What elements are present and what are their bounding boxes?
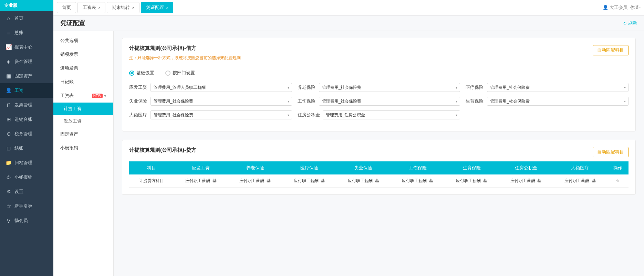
col-subject: 科目 bbox=[129, 161, 174, 174]
cell-pension: 应付职工薪酬_基 bbox=[228, 174, 282, 188]
sidebar-item-member[interactable]: V 畅会员 bbox=[0, 213, 53, 228]
sidebar-item-label: 首页 bbox=[14, 15, 23, 21]
settings-icon: ⚙ bbox=[6, 189, 12, 195]
left-nav-public-options[interactable]: 公共选项 bbox=[53, 34, 113, 47]
debit-label-pension: 养老保险 bbox=[298, 84, 316, 91]
debit-field-pension: 养老保险 管理费用_社会保险费 ▾ bbox=[298, 83, 460, 92]
newbie-icon: ☆ bbox=[6, 203, 12, 209]
credit-auto-match-button[interactable]: 自动匹配科目 bbox=[593, 147, 629, 157]
tab-period-close-label: 期末结转 bbox=[112, 4, 130, 11]
main-content: 计提核算规则(公司承担)-借方 注：只能选择一种方式，系统将按照您当前的选择来配… bbox=[114, 31, 644, 276]
sidebar-item-home[interactable]: ⌂ 首页 bbox=[0, 11, 53, 25]
radio-basic[interactable]: 基础设置 bbox=[129, 70, 154, 76]
sidebar-item-label: 小畅报销 bbox=[14, 174, 32, 180]
left-nav: 公共选项 销项发票 进项发票 日记账 工资表 NEW ▾ 计提工资 bbox=[53, 31, 114, 276]
radio-by-dept[interactable]: 按部门设置 bbox=[165, 70, 195, 76]
debit-section-header: 计提核算规则(公司承担)-借方 注：只能选择一种方式，系统将按照您当前的选择来配… bbox=[129, 45, 629, 66]
debit-select-unemployment[interactable]: 管理费用_社会保险费 bbox=[150, 97, 292, 106]
sidebar-item-archive[interactable]: 📁 归档管理 bbox=[0, 156, 53, 170]
debit-label-injury: 工伤保险 bbox=[298, 98, 316, 104]
ledger-icon: ≡ bbox=[6, 30, 12, 36]
cell-subject: 计提贷方科目 bbox=[129, 174, 174, 188]
debit-select-major-medical[interactable]: 管理费用_社会保险费 bbox=[150, 110, 292, 119]
cell-action[interactable]: ✎ bbox=[607, 174, 629, 188]
sidebar-item-xiaochang[interactable]: © 小畅报销 bbox=[0, 170, 53, 184]
debit-select-medical[interactable]: 管理费用_社会保险费 bbox=[487, 83, 629, 92]
left-nav-cancel-invoice[interactable]: 销项发票 bbox=[53, 47, 113, 61]
sidebar-item-label: 总账 bbox=[14, 30, 23, 36]
top-nav-right: 👤 大工会员 你某- bbox=[603, 4, 641, 11]
tab-voucher-config-close[interactable]: × bbox=[166, 6, 168, 10]
debit-select-housing[interactable]: 管理费用_住房公积金 bbox=[323, 110, 460, 119]
archive-icon: 📁 bbox=[6, 160, 12, 166]
debit-auto-match-button[interactable]: 自动匹配科目 bbox=[593, 45, 629, 55]
sidebar: 专业版 ⌂ 首页 ≡ 总账 📈 报表中心 ◈ 资金管理 ▣ 固定资产 👤 工资 … bbox=[0, 0, 53, 276]
debit-field-unemployment: 失业保险 管理费用_社会保险费 ▾ bbox=[129, 97, 292, 106]
refresh-button[interactable]: ↻ 刷新 bbox=[623, 20, 637, 26]
sidebar-item-newbie[interactable]: ☆ 新手引导 bbox=[0, 199, 53, 213]
debit-field-injury: 工伤保险 管理费用_社会保险费 ▾ bbox=[298, 97, 460, 106]
left-nav-journal[interactable]: 日记账 bbox=[53, 75, 113, 89]
radio-by-dept-label: 按部门设置 bbox=[173, 70, 195, 76]
credit-table: 科目 应发工资 养老保险 医疗保险 失业保险 工伤保险 生育保险 住房公积金 大… bbox=[129, 161, 629, 188]
left-nav-fixed-asset[interactable]: 固定资产 bbox=[53, 127, 113, 141]
left-nav-xiaochang-report[interactable]: 小畅报销 bbox=[53, 141, 113, 155]
col-injury: 工伤保险 bbox=[391, 161, 445, 174]
left-nav-input-invoice[interactable]: 进项发票 bbox=[53, 61, 113, 75]
radio-basic-dot[interactable] bbox=[129, 71, 134, 76]
sidebar-item-asset[interactable]: ▣ 固定资产 bbox=[0, 69, 53, 83]
debit-select-unemployment-wrapper: 管理费用_社会保险费 ▾ bbox=[150, 97, 292, 106]
left-nav-pay-salary[interactable]: 发放工资 bbox=[53, 115, 113, 127]
debit-section-title-block: 计提核算规则(公司承担)-借方 注：只能选择一种方式，系统将按照您当前的选择来配… bbox=[129, 45, 241, 66]
close-account-icon: ◻ bbox=[6, 145, 12, 151]
debit-field-maternity: 生育保险 管理费用_社会保险费 ▾ bbox=[466, 97, 629, 106]
user-avatar: 你某- bbox=[630, 4, 641, 11]
debit-label-major-medical: 大额医疗 bbox=[129, 112, 148, 118]
cell-maternity: 应付职工薪酬_基 bbox=[445, 174, 499, 188]
tab-home[interactable]: 首页 bbox=[57, 2, 76, 13]
home-icon: ⌂ bbox=[6, 15, 12, 21]
app-logo: 专业版 bbox=[0, 0, 53, 11]
tab-bar: 首页 工资表 × 期末结转 × 凭证配置 × 👤 大工会员 你某- bbox=[53, 0, 644, 15]
sidebar-item-fund[interactable]: ◈ 资金管理 bbox=[0, 54, 53, 69]
sidebar-item-label: 税务管理 bbox=[14, 131, 32, 137]
radio-by-dept-dot[interactable] bbox=[165, 71, 170, 76]
left-nav-salary-table[interactable]: 工资表 NEW ▾ bbox=[53, 89, 113, 103]
debit-select-injury[interactable]: 管理费用_社会保险费 bbox=[319, 97, 460, 106]
sidebar-item-stock[interactable]: ⊞ 进销台账 bbox=[0, 112, 53, 127]
sidebar-item-close[interactable]: ◻ 结账 bbox=[0, 141, 53, 156]
tab-salary-table-close[interactable]: × bbox=[98, 6, 100, 10]
sidebar-item-salary[interactable]: 👤 工资 bbox=[0, 83, 53, 98]
tab-salary-table[interactable]: 工资表 × bbox=[77, 2, 105, 13]
sidebar-item-ledger[interactable]: ≡ 总账 bbox=[0, 25, 53, 40]
edit-icon[interactable]: ✎ bbox=[616, 179, 620, 183]
debit-select-salary-wrapper: 管理费用_管理人员职工薪酬 ▾ bbox=[150, 83, 292, 92]
col-action: 操作 bbox=[607, 161, 629, 174]
salary-table-badge: NEW bbox=[92, 94, 103, 98]
sidebar-item-report[interactable]: 📈 报表中心 bbox=[0, 40, 53, 54]
sidebar-item-tax[interactable]: ⊙ 税务管理 bbox=[0, 127, 53, 141]
credit-section: 计提核算规则(公司承担)-贷方 自动匹配科目 科目 应发工资 养老保险 医疗保险… bbox=[122, 140, 636, 195]
debit-select-pension-wrapper: 管理费用_社会保险费 ▾ bbox=[319, 83, 460, 92]
left-nav-calc-salary[interactable]: 计提工资 bbox=[53, 103, 113, 115]
sidebar-item-settings[interactable]: ⚙ 设置 bbox=[0, 184, 53, 199]
credit-table-header-row: 科目 应发工资 养老保险 医疗保险 失业保险 工伤保险 生育保险 住房公积金 大… bbox=[129, 161, 629, 174]
tab-period-close-close[interactable]: × bbox=[132, 6, 134, 10]
debit-select-pension[interactable]: 管理费用_社会保险费 bbox=[319, 83, 460, 92]
tab-voucher-config[interactable]: 凭证配置 × bbox=[141, 2, 173, 13]
cell-medical: 应付职工薪酬_基 bbox=[282, 174, 336, 188]
debit-select-maternity[interactable]: 管理费用_社会保险费 bbox=[487, 97, 629, 106]
col-salary: 应发工资 bbox=[174, 161, 228, 174]
credit-section-title: 计提核算规则(公司承担)-贷方 bbox=[129, 147, 196, 153]
debit-label-salary: 应发工资 bbox=[129, 84, 148, 91]
report-icon: 📈 bbox=[6, 44, 12, 50]
table-row: 计提贷方科目 应付职工薪酬_基 应付职工薪酬_基 应付职工薪酬_基 应付职工薪酬… bbox=[129, 174, 629, 188]
sidebar-item-invoice-mgmt[interactable]: 🗒 发票管理 bbox=[0, 98, 53, 112]
tax-icon: ⊙ bbox=[6, 131, 12, 137]
tab-period-close[interactable]: 期末结转 × bbox=[107, 2, 139, 13]
cell-injury: 应付职工薪酬_基 bbox=[391, 174, 445, 188]
radio-basic-label: 基础设置 bbox=[136, 70, 154, 76]
tab-salary-table-label: 工资表 bbox=[83, 4, 96, 11]
debit-select-salary[interactable]: 管理费用_管理人员职工薪酬 bbox=[150, 83, 292, 92]
debit-label-medical: 医疗保险 bbox=[466, 84, 484, 91]
